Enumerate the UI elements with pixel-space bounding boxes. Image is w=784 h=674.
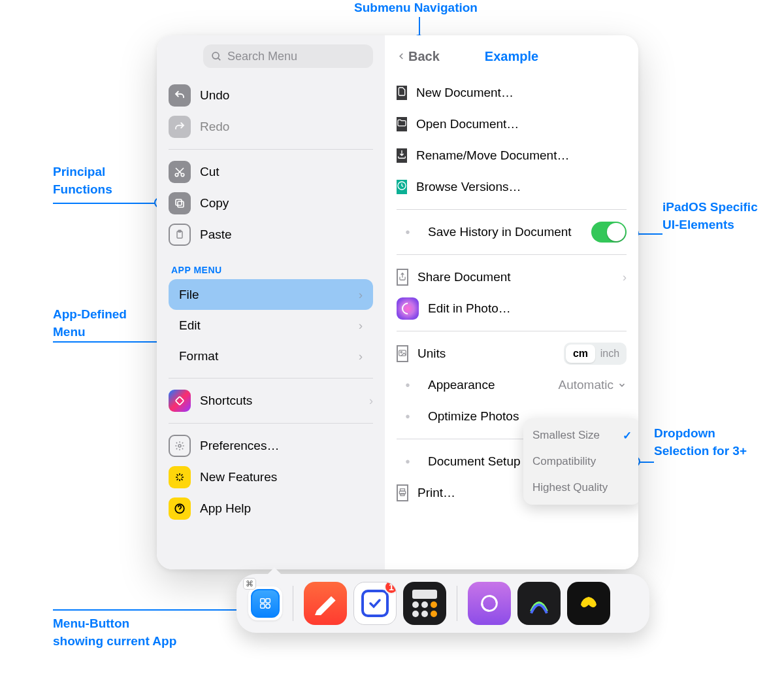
svg-point-14 — [400, 352, 402, 353]
dock: ⌘ 1 — [237, 574, 649, 633]
folder-icon — [397, 117, 407, 131]
row-share-document[interactable]: Share Document › — [397, 261, 627, 293]
svg-rect-7 — [176, 199, 182, 205]
popover-option-smallest[interactable]: Smallest Size ✓ — [523, 422, 638, 448]
back-button[interactable]: Back — [397, 49, 440, 64]
save-history-toggle[interactable] — [591, 222, 627, 243]
svg-point-11 — [178, 445, 181, 447]
callout-app-defined: App-Defined Menu — [53, 306, 127, 341]
popover-option-compatibility[interactable]: Compatibility — [523, 448, 638, 475]
check-icon: ✓ — [623, 429, 632, 443]
row-copy[interactable]: Copy — [169, 188, 373, 219]
row-new-document[interactable]: New Document… — [397, 77, 627, 109]
row-save-history: • Save History in Document — [397, 216, 627, 248]
bullet-icon: • — [397, 225, 419, 240]
row-shortcuts[interactable]: Shortcuts › — [169, 385, 373, 416]
row-browse-versions[interactable]: Browse Versions… — [397, 171, 627, 203]
svg-rect-20 — [261, 604, 265, 608]
cut-icon — [169, 161, 191, 183]
section-title-app-menu: APP MENU — [171, 265, 373, 275]
row-redo: Redo — [169, 111, 373, 143]
bullet-icon: • — [397, 378, 419, 393]
popover-option-highest[interactable]: Highest Quality — [523, 475, 638, 501]
chevron-right-icon: › — [369, 394, 373, 408]
current-app-icon — [251, 589, 280, 618]
menu-item-format[interactable]: Format › — [169, 341, 373, 371]
badge: 1 — [384, 582, 397, 594]
copy-icon — [169, 192, 191, 214]
chevron-right-icon: › — [623, 270, 627, 284]
row-app-help[interactable]: App Help — [169, 493, 373, 524]
row-open-document[interactable]: Open Document… — [397, 109, 627, 140]
search-icon — [211, 51, 222, 62]
chevron-right-icon: › — [359, 318, 363, 333]
help-icon — [169, 497, 191, 520]
app-tile-affinity[interactable] — [468, 582, 511, 625]
row-units: Units cm inch — [397, 338, 627, 369]
row-rename-document[interactable]: Rename/Move Document… — [397, 140, 627, 171]
menu-item-file[interactable]: File › — [169, 279, 373, 310]
row-appearance[interactable]: • Appearance Automatic — [397, 369, 627, 401]
print-icon — [397, 484, 408, 501]
svg-line-1 — [218, 58, 221, 60]
chevron-left-icon — [397, 50, 406, 62]
svg-rect-18 — [261, 599, 265, 603]
chevron-down-icon — [617, 380, 627, 390]
callout-submenu: Submenu Navigation — [354, 0, 478, 17]
chevron-right-icon: › — [359, 349, 363, 363]
image-icon — [397, 345, 408, 362]
document-icon — [397, 86, 407, 100]
callout-ipad: iPadOS Specific UI-Elements — [662, 199, 758, 233]
callout-principal: Principal Functions — [53, 163, 112, 198]
units-segmented[interactable]: cm inch — [564, 343, 627, 365]
svg-rect-10 — [176, 397, 184, 405]
photo-app-icon — [397, 297, 419, 320]
appearance-value[interactable]: Automatic — [559, 378, 627, 392]
chevron-right-icon: › — [359, 288, 363, 302]
svg-rect-19 — [266, 599, 270, 603]
paste-icon — [169, 224, 191, 246]
app-tile-tasks[interactable]: 1 — [353, 582, 397, 625]
row-preferences[interactable]: Preferences… — [169, 430, 373, 462]
row-cut[interactable]: Cut — [169, 156, 373, 188]
undo-icon — [169, 84, 191, 107]
svg-rect-6 — [178, 201, 184, 207]
share-icon — [397, 269, 408, 286]
svg-point-21 — [266, 604, 270, 608]
command-key-badge: ⌘ — [243, 578, 256, 590]
search-input[interactable]: Search Menu — [203, 44, 373, 68]
history-icon — [397, 180, 407, 194]
app-tile-calculator[interactable] — [403, 582, 446, 625]
gear-icon — [169, 435, 191, 457]
menu-button-current-app[interactable] — [248, 586, 282, 620]
download-icon — [397, 148, 407, 163]
app-tile-butterfly[interactable] — [567, 582, 610, 625]
row-paste[interactable]: Paste — [169, 219, 373, 250]
menu-item-edit[interactable]: Edit › — [169, 310, 373, 341]
callout-menu-button: Menu-Button showing current App — [53, 615, 176, 650]
app-tile-notes[interactable] — [304, 582, 347, 625]
redo-icon — [169, 116, 191, 138]
optimize-photos-popover[interactable]: Smallest Size ✓ Compatibility Highest Qu… — [523, 418, 638, 505]
row-new-features[interactable]: New Features — [169, 462, 373, 493]
sparkle-icon — [169, 466, 191, 488]
callout-dropdown: Dropdown Selection for 3+ — [654, 425, 747, 460]
menu-panel: Search Menu Undo Redo Cut Copy — [157, 35, 638, 569]
submenu-content: Back Example New Document… Open Document… — [385, 35, 638, 569]
row-undo[interactable]: Undo — [169, 80, 373, 111]
bullet-icon: • — [397, 454, 419, 469]
shortcuts-icon — [169, 390, 191, 412]
app-tile-photo2[interactable] — [517, 582, 561, 625]
bullet-icon: • — [397, 409, 419, 424]
row-edit-in-photo[interactable]: Edit in Photo… — [397, 293, 627, 324]
svg-point-0 — [212, 52, 219, 59]
sidebar: Search Menu Undo Redo Cut Copy — [157, 35, 385, 569]
